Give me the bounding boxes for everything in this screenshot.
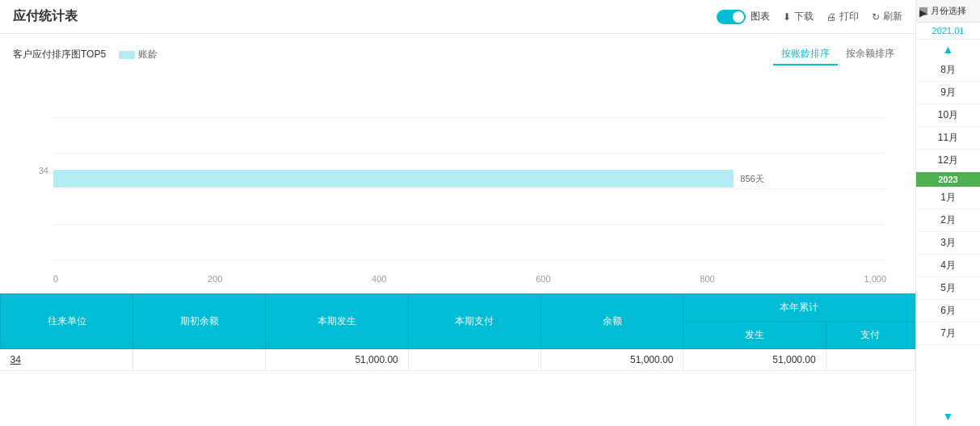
td-occurrence: 51,000.00 [266,349,408,371]
month-item-9[interactable]: 9月 [916,82,980,104]
month-list-before: 8月 9月 10月 11月 12月 [916,59,980,172]
td-ytd-payment [826,349,915,371]
th-opening: 期初余额 [133,294,266,349]
month-item-2[interactable]: 2月 [916,209,980,232]
th-ytd-payment: 支付 [826,322,915,349]
refresh-button[interactable]: ↻ 刷新 [872,10,902,23]
bar-34 [53,170,734,188]
th-ytd: 本年累计 [683,294,915,322]
scroll-down-button[interactable]: ▼ [916,407,980,426]
legend-item-age: 账龄 [119,48,158,61]
chart-toggle[interactable] [717,10,746,24]
month-item-6[interactable]: 6月 [916,300,980,323]
month-item-3[interactable]: 3月 [916,232,980,255]
sidebar: ▶ 月份选择 2021.01 ▲ 8月 9月 10月 11月 12月 2023 … [915,0,980,426]
table-section: 往来单位 期初余额 本期发生 本期支付 余额 本年累计 发生 支付 34 [0,293,915,426]
y-axis: 34 [13,82,53,259]
x-axis: 0 200 400 600 800 1,000 [53,274,886,284]
chart-toggle-wrap[interactable]: 图表 [717,10,770,24]
bar-row: 856天 [53,170,854,188]
chart-legend-title: 客户应付排序图TOP5 [13,48,106,61]
x-label-800: 800 [700,274,714,284]
chart-area: 34 856天 [13,74,902,284]
grid-line-5 [53,259,886,260]
print-button[interactable]: 🖨 打印 [826,10,859,23]
page-title: 应付统计表 [13,8,78,25]
tab-by-amount[interactable]: 按余额排序 [838,44,902,65]
sidebar-collapse-icon[interactable]: ▶ [919,7,927,15]
td-payment [408,349,540,371]
th-company: 往来单位 [1,294,133,349]
y-label-34: 34 [13,166,53,175]
chart-tabs: 按账龄排序 按余额排序 [773,44,902,65]
refresh-icon: ↻ [872,11,880,23]
grid-line-2 [53,153,886,154]
grid-line-4 [53,224,886,225]
print-icon: 🖨 [826,11,836,23]
toggle-label: 图表 [751,10,770,23]
year-marker: 2023 [916,172,980,187]
month-item-10[interactable]: 10月 [916,104,980,127]
th-ytd-occurrence: 发生 [683,322,826,349]
data-table: 往来单位 期初余额 本期发生 本期支付 余额 本年累计 发生 支付 34 [0,293,915,371]
legend-color-teal [119,51,135,59]
month-item-12[interactable]: 12月 [916,150,980,172]
month-item-1[interactable]: 1月 [916,187,980,209]
download-button[interactable]: ⬇ 下载 [783,10,814,23]
sidebar-header-label: 月份选择 [931,5,966,17]
tab-by-balance[interactable]: 按账龄排序 [773,44,838,65]
month-list-after: 1月 2月 3月 4月 5月 6月 7月 [916,187,980,345]
grid-line-1 [53,117,886,118]
bar-chart: 34 856天 [13,74,902,284]
page-header: 应付统计表 图表 ⬇ 下载 🖨 打印 ↻ 刷新 [0,0,915,34]
legend-color-label: 账龄 [138,48,158,61]
month-item-7[interactable]: 7月 [916,323,980,345]
td-company: 34 [1,349,133,371]
td-opening [133,349,266,371]
x-label-0: 0 [53,274,58,284]
th-balance: 余额 [541,294,683,349]
month-item-8[interactable]: 8月 [916,59,980,82]
th-occurrence: 本期发生 [266,294,408,349]
month-item-4[interactable]: 4月 [916,255,980,277]
scroll-up-button[interactable]: ▲ [916,40,980,59]
th-payment: 本期支付 [408,294,540,349]
table-row: 34 51,000.00 51,000.00 51,000.00 [1,349,915,371]
td-ytd-occurrence: 51,000.00 [683,349,826,371]
chart-section: 客户应付排序图TOP5 账龄 按账龄排序 按余额排序 34 [0,34,915,293]
company-link[interactable]: 34 [11,354,21,365]
bar-container: 856天 [53,170,854,188]
month-item-11[interactable]: 11月 [916,127,980,150]
sidebar-scroll[interactable]: 8月 9月 10月 11月 12月 2023 1月 2月 3月 4月 5月 6月… [916,59,980,407]
x-label-200: 200 [208,274,222,284]
chart-legend: 客户应付排序图TOP5 账龄 按账龄排序 按余额排序 [13,44,902,65]
month-item-5[interactable]: 5月 [916,277,980,300]
header-actions: 图表 ⬇ 下载 🖨 打印 ↻ 刷新 [717,10,902,24]
bar-value: 856天 [740,173,763,185]
td-balance: 51,000.00 [541,349,683,371]
x-label-600: 600 [536,274,550,284]
x-label-1000: 1,000 [864,274,886,284]
grid-line-3 [53,188,886,189]
table-header-row-1: 往来单位 期初余额 本期发生 本期支付 余额 本年累计 [1,294,915,322]
download-icon: ⬇ [783,11,791,23]
sidebar-current-value: 2021.01 [916,23,980,40]
x-label-400: 400 [372,274,386,284]
